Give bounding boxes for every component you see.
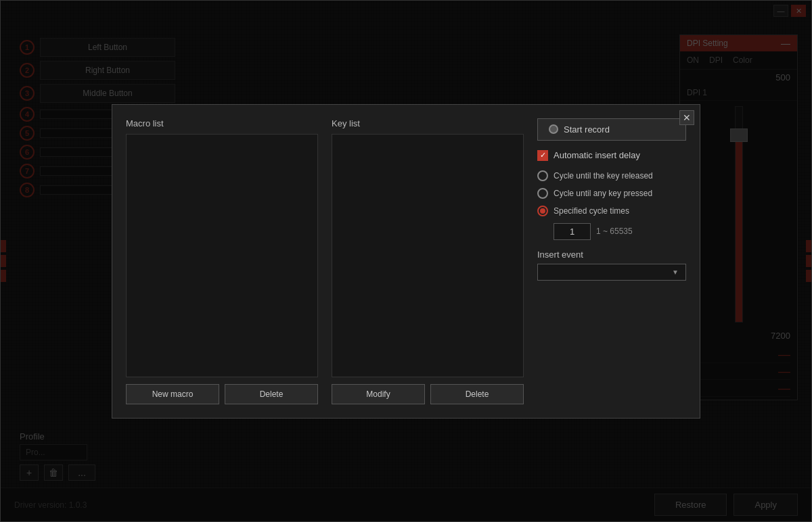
delete-macro-button[interactable]: Delete: [225, 384, 318, 404]
cycle-range-label: 1 ~ 65535: [596, 227, 633, 236]
modify-button[interactable]: Modify: [332, 384, 425, 404]
main-window: — ✕ 1Left Button2Right Button3Middle But…: [0, 0, 812, 522]
radio-group: Cycle until the key released Cycle until…: [537, 170, 686, 240]
macro-list-label: Macro list: [126, 118, 318, 128]
dialog-content: Macro list New macro Delete Key list Mod…: [126, 118, 686, 404]
checkbox-check-icon: ✓: [540, 151, 546, 160]
key-list-box[interactable]: [332, 134, 524, 377]
insert-event-label: Insert event: [537, 250, 686, 260]
macro-list-box[interactable]: [126, 134, 318, 377]
delete-key-button[interactable]: Delete: [430, 384, 524, 404]
cycle-any-key-row[interactable]: Cycle until any key pressed: [537, 188, 686, 199]
cycle-any-label: Cycle until any key pressed: [554, 189, 652, 198]
cycle-value-input[interactable]: [554, 223, 591, 240]
modal-overlay: ✕ Macro list New macro Delete Key list: [1, 1, 811, 521]
key-list-section: Key list Modify Delete: [332, 118, 524, 404]
key-list-label: Key list: [332, 118, 524, 128]
cycle-released-radio[interactable]: [537, 170, 548, 181]
radio-inner-dot: [540, 208, 545, 214]
start-record-label: Start record: [564, 124, 610, 135]
insert-event-section: Insert event ▼: [537, 250, 686, 281]
insert-event-dropdown[interactable]: ▼: [537, 264, 686, 281]
macro-list-actions: New macro Delete: [126, 384, 318, 404]
dropdown-arrow-icon: ▼: [672, 268, 679, 276]
dialog-close-button[interactable]: ✕: [679, 110, 694, 125]
specified-cycle-row[interactable]: Specified cycle times: [537, 206, 686, 216]
macro-list-section: Macro list New macro Delete: [126, 118, 318, 404]
specified-cycle-radio[interactable]: [537, 206, 548, 216]
record-dot: [549, 124, 558, 134]
dialog-right: Start record ✓ Automatic insert delay: [537, 118, 686, 404]
auto-insert-row[interactable]: ✓ Automatic insert delay: [537, 150, 686, 161]
auto-insert-label: Automatic insert delay: [554, 150, 640, 160]
start-record-button[interactable]: Start record: [537, 118, 686, 141]
cycle-input-row: 1 ~ 65535: [554, 223, 686, 240]
new-macro-button[interactable]: New macro: [126, 384, 219, 404]
cycle-any-radio[interactable]: [537, 188, 548, 199]
specified-cycle-label: Specified cycle times: [554, 206, 629, 216]
auto-insert-checkbox[interactable]: ✓: [537, 150, 548, 161]
cycle-released-label: Cycle until the key released: [554, 171, 653, 181]
cycle-until-released-row[interactable]: Cycle until the key released: [537, 170, 686, 181]
key-list-actions: Modify Delete: [332, 384, 524, 404]
macro-dialog: ✕ Macro list New macro Delete Key list: [112, 104, 700, 419]
